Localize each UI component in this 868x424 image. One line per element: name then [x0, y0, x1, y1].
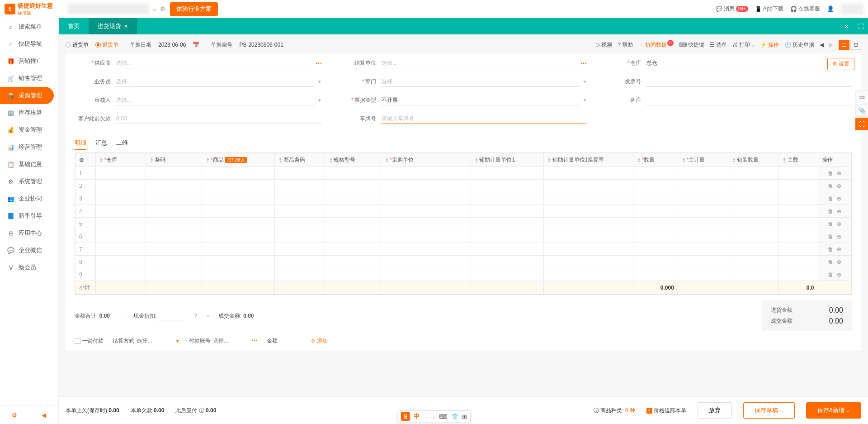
help-link[interactable]: ? 帮助	[618, 41, 633, 49]
cell[interactable]	[471, 256, 543, 268]
close-icon[interactable]: ✕	[124, 24, 128, 29]
prev-icon[interactable]: ◀	[820, 42, 824, 48]
plate-input[interactable]	[381, 114, 587, 124]
cell[interactable]	[274, 256, 325, 268]
sidebar-item-1[interactable]: ⌂快捷导航	[0, 35, 58, 52]
user-name[interactable]: xxx	[841, 4, 863, 14]
col-header-1[interactable]: ▲▼条码	[146, 153, 202, 167]
cell[interactable]	[633, 243, 678, 256]
cell[interactable]	[678, 256, 728, 268]
delete-icon[interactable]: 🗑	[828, 208, 833, 214]
cell[interactable]	[146, 192, 202, 205]
cell[interactable]	[95, 243, 146, 256]
cell[interactable]	[678, 192, 728, 205]
cell[interactable]	[633, 180, 678, 192]
cell[interactable]	[95, 268, 146, 281]
save-draft-button[interactable]: 保存草稿 ⌵	[743, 402, 795, 419]
cell[interactable]	[95, 167, 146, 180]
cell[interactable]	[274, 268, 325, 281]
table-row[interactable]: 8🗑⊕	[75, 256, 852, 268]
sidebar-item-9[interactable]: ⚙系统管理	[0, 173, 58, 190]
chevron-down-icon[interactable]: ▼	[582, 79, 587, 84]
cell[interactable]	[274, 218, 325, 230]
cell[interactable]	[202, 256, 274, 268]
collab-link[interactable]: ⛬ 协同数据0	[638, 41, 674, 49]
cell[interactable]	[728, 180, 778, 192]
table-row[interactable]: 1🗑⊕	[75, 167, 852, 180]
cell[interactable]	[678, 230, 728, 243]
table-row[interactable]: 7🗑⊕	[75, 243, 852, 256]
col-header-8[interactable]: ▲▼*数量	[633, 153, 678, 167]
tab-purchase-return[interactable]: 进货退货 ✕	[89, 18, 137, 34]
table-row[interactable]: 5🗑⊕	[75, 218, 852, 230]
table-row[interactable]: 2🗑⊕	[75, 180, 852, 192]
chevron-down-icon[interactable]: ▼	[582, 98, 587, 103]
sidebar-item-11[interactable]: 📘新手引导	[0, 207, 58, 224]
avatar-icon[interactable]: 👤	[827, 5, 834, 12]
cell[interactable]	[778, 167, 818, 180]
cell[interactable]	[325, 256, 381, 268]
cell[interactable]	[325, 218, 381, 230]
cell[interactable]	[543, 167, 633, 180]
cell[interactable]	[381, 167, 471, 180]
sidebar-item-6[interactable]: 💰资金管理	[0, 121, 58, 138]
config-button[interactable]: ⚙ 设置	[827, 58, 854, 70]
cell[interactable]	[633, 268, 678, 281]
cell[interactable]	[543, 192, 633, 205]
cell[interactable]	[471, 180, 543, 192]
cell[interactable]	[728, 268, 778, 281]
cell[interactable]	[778, 243, 818, 256]
help-icon[interactable]: ?	[194, 313, 198, 319]
cell[interactable]	[202, 230, 274, 243]
view-list[interactable]: ☰	[839, 40, 849, 50]
cell[interactable]	[728, 192, 778, 205]
cell[interactable]	[471, 167, 543, 180]
add-row-icon[interactable]: ⊕	[837, 272, 841, 278]
cell[interactable]	[543, 243, 633, 256]
cell[interactable]	[678, 243, 728, 256]
sidebar-item-3[interactable]: 🛒销售管理	[0, 70, 58, 87]
detail-tab-total[interactable]: 汇总	[95, 137, 107, 150]
pay-account-input[interactable]	[212, 337, 248, 345]
warehouse-input[interactable]	[646, 58, 844, 68]
cell[interactable]	[146, 180, 202, 192]
cell[interactable]	[274, 180, 325, 192]
cell[interactable]	[202, 180, 274, 192]
col-header-0[interactable]: ▲▼*仓库	[95, 153, 146, 167]
cell[interactable]	[678, 180, 728, 192]
add-row-icon[interactable]: ⊕	[837, 183, 841, 189]
cell[interactable]	[778, 268, 818, 281]
tab-close-all[interactable]: ✕	[839, 23, 854, 30]
cell[interactable]	[543, 218, 633, 230]
cell[interactable]	[274, 205, 325, 218]
next-icon[interactable]: ▶	[829, 42, 833, 48]
cell[interactable]	[381, 180, 471, 192]
delete-icon[interactable]: 🗑	[828, 259, 833, 265]
cell[interactable]	[728, 243, 778, 256]
sidebar-item-7[interactable]: 📊经营管理	[0, 138, 58, 156]
settle-input[interactable]	[381, 58, 579, 68]
cell[interactable]	[543, 268, 633, 281]
chevron-down-icon[interactable]: ▼	[317, 98, 322, 103]
cell[interactable]	[202, 218, 274, 230]
cell[interactable]	[543, 180, 633, 192]
tab-home[interactable]: 首页	[59, 18, 89, 34]
sidebar-collapse-btn[interactable]: ◀	[29, 406, 59, 424]
cell[interactable]	[381, 243, 471, 256]
gear-icon[interactable]: ⚙	[160, 5, 165, 12]
cell[interactable]	[728, 218, 778, 230]
ime-lang[interactable]: 中	[414, 412, 420, 420]
cell[interactable]	[381, 268, 471, 281]
cell[interactable]	[543, 230, 633, 243]
add-row-icon[interactable]: ⊕	[837, 233, 841, 240]
company-dropdown-icon[interactable]: ⌵	[153, 5, 156, 12]
cell[interactable]	[325, 167, 381, 180]
col-header-6[interactable]: ▲▼辅助计量单位1	[471, 153, 543, 167]
cell[interactable]	[146, 218, 202, 230]
note-input[interactable]	[646, 95, 852, 105]
delete-icon[interactable]: 🗑	[828, 272, 833, 278]
chevron-down-icon[interactable]: ▼	[317, 79, 322, 84]
cell[interactable]	[95, 256, 146, 268]
ime-punct[interactable]: ，	[423, 412, 429, 420]
invoice-input[interactable]	[646, 76, 852, 87]
